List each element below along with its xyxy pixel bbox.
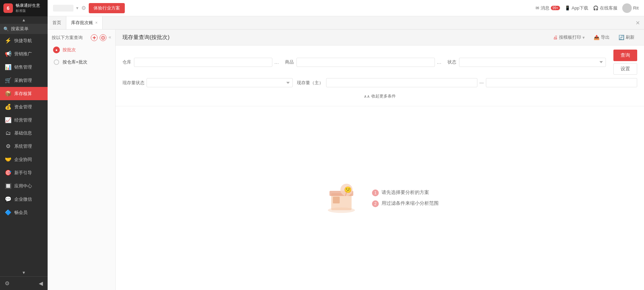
sidebar-item-basic[interactable]: 🗂 基础信息: [0, 127, 48, 140]
collapse-label: 收起更多条件: [371, 93, 396, 99]
product-field: 商品 ...: [285, 58, 443, 67]
message-icon: ✉: [536, 5, 539, 11]
collapse-icon: ∧∧: [364, 94, 370, 99]
left-panel-actions: + ⚙ «: [91, 34, 111, 41]
page-header: 现存量查询(按批次) 🖨 按模板打印 ▾ 📤 导出 🔄 刷新: [116, 30, 644, 46]
sidebar-item-purchase[interactable]: 🛒 采购管理: [0, 74, 48, 87]
sidebar-item-enterprise[interactable]: 🤝 企业协同: [0, 153, 48, 166]
status-label: 状态: [447, 59, 457, 65]
sidebar-search[interactable]: 🔍 搜索菜单: [0, 24, 48, 34]
phone-icon: 📱: [565, 5, 570, 11]
warehouse-input[interactable]: [134, 58, 272, 67]
collapse-filter-btn[interactable]: ∧∧ 收起更多条件: [122, 91, 637, 102]
user-menu[interactable]: Rit: [622, 3, 639, 13]
warehouse-label: 仓库: [122, 59, 132, 65]
operation-icon: 📈: [5, 117, 12, 123]
tab-home[interactable]: 首页: [48, 16, 66, 29]
left-panel: 按以下方案查询 + ⚙ « ● 按批次 按仓库+批次: [48, 30, 116, 290]
refresh-icon: 🔄: [618, 35, 624, 40]
topbar-breadcrumb: [53, 5, 73, 12]
refresh-btn[interactable]: 🔄 刷新: [616, 33, 637, 42]
wechat-icon: 💬: [5, 196, 12, 202]
action-col: 查询 设置: [610, 50, 637, 75]
messages-label: 消息: [541, 5, 549, 11]
query-button[interactable]: 查询: [613, 50, 637, 61]
sidebar-item-label: 应用中心: [14, 183, 32, 189]
online-service-btn[interactable]: 🎧 在线客服: [593, 5, 617, 11]
sidebar-item-marketing[interactable]: 📢 营销推广: [0, 47, 48, 60]
print-btn[interactable]: 🖨 按模板打印 ▾: [550, 33, 588, 42]
topbar-dropdown-icon[interactable]: ▾: [76, 5, 79, 11]
sidebar-item-wechat[interactable]: 💬 企业微信: [0, 193, 48, 206]
status-field: 状态: [447, 58, 606, 67]
plan-item-by-warehouse-batch[interactable]: 按仓库+批次: [48, 56, 115, 68]
topbar-settings-icon[interactable]: ⚙: [81, 5, 86, 11]
product-dots[interactable]: ...: [435, 59, 443, 65]
empty-illustration: 😕: [321, 178, 362, 219]
content: 按以下方案查询 + ⚙ « ● 按批次 按仓库+批次 现存量查询(按批次): [48, 30, 644, 290]
purchase-icon: 🛒: [5, 77, 12, 84]
sidebar-item-newcomer[interactable]: 🎯 新手引导: [0, 166, 48, 179]
sidebar-item-label: 经营管理: [14, 117, 32, 123]
sidebar-scroll-up[interactable]: ▲: [0, 16, 48, 24]
inventory-qty-max[interactable]: [486, 78, 637, 87]
sidebar-item-label: 销售管理: [14, 64, 32, 70]
sidebar-item-apps[interactable]: 🔲 应用中心: [0, 179, 48, 193]
tip-text-2: 用过滤条件来缩小分析范围: [382, 200, 439, 206]
sidebar-item-inventory[interactable]: 📦 库存核算: [0, 87, 48, 100]
sidebar-item-membership[interactable]: 🔷 畅会员: [0, 206, 48, 219]
headset-icon: 🎧: [593, 5, 598, 11]
warehouse-field: 仓库 ...: [122, 58, 281, 67]
topbar-left: ▾ ⚙ 体验行业方案: [53, 3, 532, 13]
sidebar-item-label: 系统管理: [14, 143, 32, 149]
tab-close-icon[interactable]: ×: [95, 20, 98, 25]
sidebar-item-label: 营销推广: [14, 51, 32, 57]
add-plan-icon[interactable]: +: [91, 34, 98, 41]
sidebar-footer: ⚙ ◀: [0, 276, 48, 290]
sidebar-item-quick-nav[interactable]: ⚡ 快捷导航: [0, 34, 48, 47]
settings-footer-icon[interactable]: ⚙: [5, 280, 10, 287]
sidebar-item-system[interactable]: ⚙ 系统管理: [0, 140, 48, 153]
main-area: ▾ ⚙ 体验行业方案 ✉ 消息 99+ 📱 App下载 🎧 在线客服 Rit: [48, 0, 644, 290]
export-btn[interactable]: 📤 导出: [591, 33, 612, 42]
svg-text:😕: 😕: [344, 186, 352, 194]
inventory-status-select[interactable]: [147, 78, 293, 87]
settings-plan-icon[interactable]: ⚙: [100, 34, 106, 41]
messages-btn[interactable]: ✉ 消息 99+: [536, 5, 560, 11]
app-download-btn[interactable]: 📱 App下载: [565, 5, 588, 11]
plan-item-by-batch[interactable]: ● 按批次: [48, 44, 115, 56]
sidebar-item-operation[interactable]: 📈 经营管理: [0, 113, 48, 127]
sidebar-item-label: 库存核算: [14, 91, 32, 97]
inventory-qty-field: 现存量（主） —: [297, 78, 637, 87]
empty-tip-2: 2 用过滤条件来缩小分析范围: [372, 200, 439, 207]
product-label: 商品: [285, 59, 294, 65]
app-download-label: App下载: [572, 5, 588, 11]
finance-icon: 💰: [5, 104, 12, 110]
plan-icon-red: ●: [53, 47, 60, 53]
export-label: 导出: [601, 34, 610, 40]
tabbar: 首页 库存批次账 × ✕: [48, 16, 644, 30]
filter-row-1: 仓库 ... 商品 ... 状态: [122, 50, 637, 75]
trial-btn[interactable]: 体验行业方案: [89, 3, 125, 13]
warehouse-dots[interactable]: ...: [272, 59, 281, 65]
tab-home-label: 首页: [52, 20, 61, 26]
close-panel-icon[interactable]: ✕: [631, 17, 644, 29]
status-select[interactable]: [459, 58, 606, 67]
tab-current[interactable]: 库存批次账 ×: [66, 16, 103, 29]
plan-label: 按批次: [63, 47, 76, 53]
sidebar-item-sales[interactable]: 📊 销售管理: [0, 60, 48, 74]
empty-tip-1: 1 请先选择要分析的方案: [372, 189, 439, 196]
sidebar-item-label: 畅会员: [14, 210, 28, 216]
sidebar-scroll-down[interactable]: ▼: [0, 269, 48, 276]
collapse-sidebar-icon[interactable]: ◀: [39, 280, 43, 287]
sidebar-item-label: 基础信息: [14, 130, 32, 136]
print-dropdown-icon[interactable]: ▾: [582, 35, 585, 40]
collapse-plan-icon[interactable]: «: [108, 34, 111, 41]
sidebar-item-finance[interactable]: 💰 资金管理: [0, 100, 48, 113]
refresh-label: 刷新: [626, 34, 634, 40]
topbar: ▾ ⚙ 体验行业方案 ✉ 消息 99+ 📱 App下载 🎧 在线客服 Rit: [48, 0, 644, 16]
svg-rect-3: [333, 197, 340, 203]
settings-button[interactable]: 设置: [613, 63, 637, 75]
inventory-qty-min[interactable]: [326, 78, 477, 87]
product-input[interactable]: [296, 58, 435, 67]
